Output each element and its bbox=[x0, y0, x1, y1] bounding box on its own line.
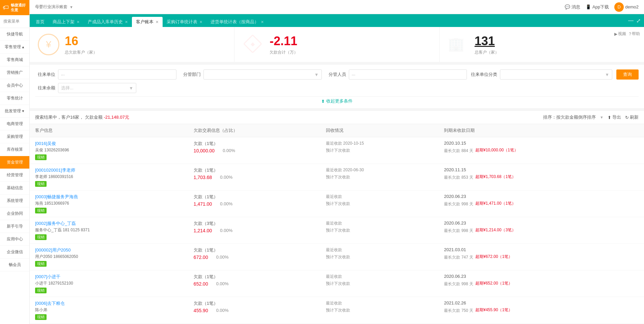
tab-customer-account[interactable]: 客户账本 ✕ bbox=[132, 17, 163, 27]
sidebar-item-finance[interactable]: 资金管理 bbox=[0, 156, 29, 169]
sidebar-item-member-center[interactable]: 会员中心 bbox=[0, 79, 29, 92]
debt-count: 欠款（1笔） bbox=[194, 247, 315, 253]
sidebar-item-app-center[interactable]: 应用中心 bbox=[0, 233, 29, 246]
recovery-next-date: 预计下次收款 bbox=[326, 254, 433, 260]
filter-manager-input[interactable]: ··· bbox=[349, 69, 467, 80]
sidebar-item-enterprise-collab[interactable]: 企业协同 bbox=[0, 207, 29, 220]
overdue-amount-link[interactable]: 超期¥455.90（1笔） bbox=[475, 307, 512, 313]
search-button[interactable]: 查询 bbox=[616, 69, 639, 80]
sidebar-item-inventory[interactable]: 库存核算 bbox=[0, 143, 29, 156]
debt-ratio: 0.00% bbox=[216, 255, 229, 260]
tab-close-icon[interactable]: ✕ bbox=[77, 20, 80, 24]
customer-info-cell: [000002]用户2050 用户2050 18665062050 现销 bbox=[30, 244, 188, 270]
sidebar-item-system-mgmt[interactable]: 系统管理 bbox=[0, 195, 29, 207]
customer-name-link[interactable]: [0001020001]李老师 bbox=[35, 167, 183, 173]
table-row: [0001020001]李老师 李老师 18600391516 现销 欠款（1笔… bbox=[30, 164, 644, 190]
sidebar-item-wholesale-mgmt[interactable]: 批发管理 ▼ bbox=[0, 105, 29, 118]
sidebar-item-retail-mall[interactable]: 零售商城 bbox=[0, 54, 29, 66]
sidebar-item-beginner-guide[interactable]: 新手引导 bbox=[0, 220, 29, 233]
customer-name-link[interactable]: [0002]服务中心_丁磊 bbox=[35, 220, 183, 227]
recovery-info-cell: 最近收款 预计下次收款 bbox=[320, 244, 439, 270]
debt-amount[interactable]: 1,703.68 bbox=[194, 175, 212, 180]
sidebar-item-chang-member[interactable]: 畅会员 bbox=[0, 259, 29, 271]
sidebar-logo[interactable]: 🏷 畅捷通好生意 bbox=[0, 0, 29, 15]
debt-amount[interactable]: 10,000.00 bbox=[194, 148, 215, 153]
overdue-amount-link[interactable]: 超期¥652.00（1笔） bbox=[475, 281, 512, 286]
sidebar-search-menu[interactable]: 搜索菜单 bbox=[0, 15, 29, 28]
overdue-amount-link[interactable]: 超期¥10,000.00（1笔） bbox=[475, 147, 518, 153]
recovery-info-cell: 最近收款 预计下次收款 bbox=[320, 270, 439, 297]
sidebar-item-enterprise-wechat[interactable]: 企业微信 bbox=[0, 246, 29, 259]
col-recovery-header: 回收情况 bbox=[320, 124, 439, 137]
collapse-filters-btn[interactable]: ⬆ 收起更多条件 bbox=[35, 96, 639, 106]
customer-name-link[interactable]: [000002]用户2050 bbox=[35, 247, 183, 253]
sidebar-item-retail-stats[interactable]: 零售统计 bbox=[0, 92, 29, 105]
message-btn[interactable]: 💬 消息 bbox=[565, 4, 580, 10]
debt-info-cell: 欠款（1笔） 1,471.00 0.00% bbox=[188, 190, 320, 217]
help-link[interactable]: ? 帮助 bbox=[629, 31, 640, 37]
video-link[interactable]: ▶ 视频 bbox=[614, 31, 626, 37]
user-avatar[interactable]: D demo2 bbox=[614, 2, 639, 12]
stats-row: ¥ 16 总欠款客户（家） ◆ bbox=[30, 27, 644, 62]
sidebar-item-ecommerce[interactable]: 电商管理 bbox=[0, 118, 29, 130]
filter-source-unit-input[interactable]: ··· bbox=[58, 69, 176, 80]
customer-name-link[interactable]: [0003]畅捷服务尹海燕 bbox=[35, 194, 183, 200]
overdue-days: 最长欠款 884 天 bbox=[444, 148, 473, 154]
sidebar-item-purchase-mgmt[interactable]: 采购管理 bbox=[0, 130, 29, 143]
sidebar-item-basic-info[interactable]: 基础信息 bbox=[0, 182, 29, 195]
customer-phone: 吴俊 13026203696 bbox=[35, 147, 183, 153]
window-minimize-btn[interactable]: — bbox=[628, 18, 634, 24]
overdue-amount-link[interactable]: 超期¥672.00（1笔） bbox=[475, 254, 512, 260]
tab-production-history[interactable]: 产成品入库单历史 ✕ bbox=[84, 17, 132, 27]
sidebar-item-quick-nav[interactable]: 快捷导航 bbox=[0, 28, 29, 41]
debt-count: 欠款（1笔） bbox=[194, 194, 315, 200]
debt-amount[interactable]: 672.00 bbox=[194, 255, 208, 260]
recovery-info-cell: 最近收款 预计下次收款 bbox=[320, 190, 439, 217]
stat-yen-icon: ¥ bbox=[38, 34, 59, 55]
tab-close-icon[interactable]: ✕ bbox=[261, 20, 264, 24]
chevron-down-icon: ▼ bbox=[605, 72, 609, 77]
customer-info-cell: [0016]吴俊 吴俊 13026203696 现销 bbox=[30, 137, 188, 164]
sidebar-item-operations[interactable]: 经营管理 bbox=[0, 169, 29, 182]
tab-close-icon[interactable]: ✕ bbox=[199, 20, 202, 24]
stat-card-debt-customers: ¥ 16 总欠款客户（家） bbox=[30, 27, 234, 62]
debt-amount[interactable]: 1,214.00 bbox=[194, 228, 212, 233]
customer-name-link[interactable]: [0016]吴俊 bbox=[35, 141, 183, 147]
customer-name-link[interactable]: [0006]去下粮仓 bbox=[35, 300, 183, 306]
customer-name-link[interactable]: [0007]小进干 bbox=[35, 274, 183, 280]
refresh-icon: ↻ bbox=[625, 115, 629, 120]
overdue-amount-link[interactable]: 超期¥1,214.00（3笔） bbox=[475, 227, 516, 233]
debt-amount[interactable]: 652.00 bbox=[194, 281, 208, 287]
tab-close-icon[interactable]: ✕ bbox=[125, 20, 128, 24]
table-row: [0002]服务中心_丁磊 服务中心_丁磊 181 0125 8371 现销 欠… bbox=[30, 217, 644, 244]
overdue-amount-link[interactable]: 超期¥1,471.00（1笔） bbox=[475, 201, 516, 206]
due-date-value: 2021.03.01 bbox=[444, 247, 639, 252]
export-btn[interactable]: ⬆ 导出 bbox=[608, 114, 621, 120]
app-download-btn[interactable]: 📱 App下载 bbox=[586, 4, 609, 10]
filter-remaining-select[interactable]: 选择... ▼ bbox=[58, 83, 136, 93]
debt-amount[interactable]: 455.90 bbox=[194, 308, 208, 313]
refresh-btn[interactable]: ↻ 刷新 bbox=[625, 114, 639, 120]
debt-amount[interactable]: 1,471.00 bbox=[194, 201, 212, 207]
tab-purchase-stats-product[interactable]: 进货单统计表（按商品） ✕ bbox=[206, 17, 268, 27]
tab-home[interactable]: 首页 bbox=[32, 17, 49, 27]
due-date-value: 2020.10.15 bbox=[444, 141, 639, 146]
recovery-last-date: 最近收款 bbox=[326, 274, 433, 279]
window-maximize-btn[interactable]: ⤢ bbox=[636, 18, 641, 24]
filter-dept-select[interactable]: ▼ bbox=[203, 69, 322, 80]
top-header: 母婴行业演示账套 ▼ 💬 消息 📱 App下载 D demo2 bbox=[30, 0, 644, 14]
tab-product-status[interactable]: 商品上下架 ✕ bbox=[49, 17, 84, 27]
recovery-last-date: 最近收款 bbox=[326, 194, 433, 200]
tab-close-icon[interactable]: ✕ bbox=[156, 20, 159, 24]
overdue-days: 最长欠款 998 天 bbox=[444, 228, 473, 234]
overdue-amount-link[interactable]: 超期¥1,703.68（1笔） bbox=[475, 174, 516, 180]
recovery-last-date: 最近收款 bbox=[326, 300, 433, 306]
due-date-value: 2021.02.26 bbox=[444, 300, 639, 305]
sidebar-item-marketing[interactable]: 营销推广 bbox=[0, 66, 29, 79]
filter-unit-category-select[interactable]: ▼ bbox=[500, 69, 612, 80]
customer-tag: 现销 bbox=[35, 234, 47, 240]
tab-purchase-order-stats[interactable]: 采购订单统计表 ✕ bbox=[163, 17, 206, 27]
table-row: [0003]畅捷服务尹海燕 海燕 18513066976 现销 欠款（1笔） 1… bbox=[30, 190, 644, 217]
avatar: D bbox=[614, 2, 624, 12]
sidebar-item-retail-mgmt[interactable]: 零售管理 ▲ bbox=[0, 41, 29, 54]
